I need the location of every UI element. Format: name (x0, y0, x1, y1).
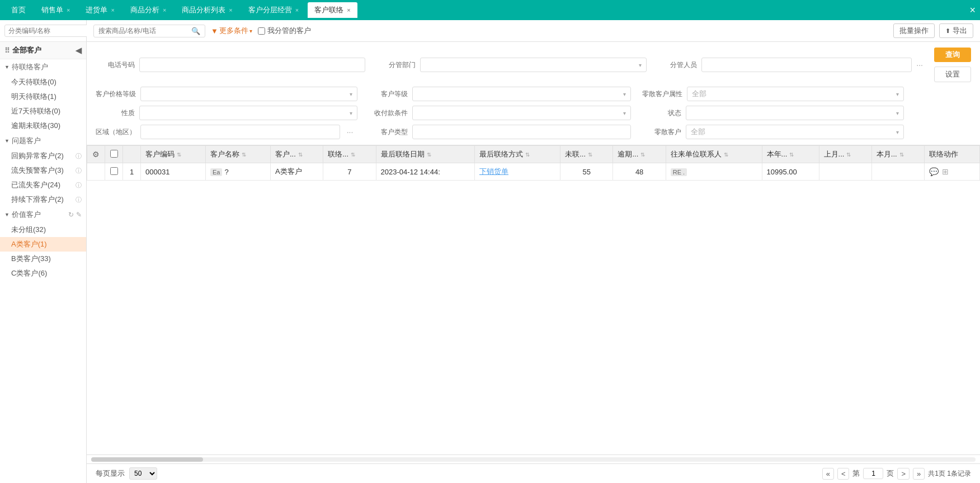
filter-right-actions: 批量操作 ⬆ 导出 (893, 23, 973, 38)
filter-search-input[interactable] (98, 27, 189, 35)
more-filters-button[interactable]: ▼ 更多条件 ▾ (211, 26, 252, 36)
filter-region: 区域（地区） ··· (96, 125, 357, 139)
sort-overdue-icon[interactable]: ⇅ (640, 151, 645, 158)
row-last-way-cell[interactable]: 下销货单 (475, 163, 560, 181)
batch-operation-button[interactable]: 批量操作 (893, 23, 935, 38)
col-this-month-header: 本月... ⇅ (871, 146, 924, 163)
customer-type-input[interactable] (412, 125, 630, 139)
payment-select[interactable]: ▾ (412, 106, 630, 120)
sidebar-item-overdue[interactable]: 逾期未联络(30) (0, 119, 86, 133)
sidebar-item-tomorrow[interactable]: 明天待联络(1) (0, 89, 86, 104)
horizontal-scrollbar[interactable] (87, 454, 980, 463)
my-customers-checkbox[interactable]: 我分管的客户 (258, 26, 311, 36)
sort-current-year-icon[interactable]: ⇅ (789, 151, 794, 158)
query-button[interactable]: 查询 (934, 48, 971, 62)
tab-purchase[interactable]: 进货单 × (79, 2, 121, 18)
close-contact-icon[interactable]: × (347, 7, 350, 13)
sort-name-icon[interactable]: ⇅ (242, 151, 246, 158)
filter-search-icon[interactable]: 🔍 (191, 27, 200, 35)
manager-dots-icon[interactable]: ··· (916, 60, 923, 69)
tab-customer-contact[interactable]: 客户联络 × (308, 2, 357, 18)
col-code-header: 客户编码 ⇅ (141, 146, 206, 163)
page-size-select[interactable]: 50 (129, 467, 157, 480)
sidebar-item-repeat-abnormal[interactable]: 回购异常客户(2) ⓘ (0, 149, 86, 163)
tab-sales[interactable]: 销售单 × (35, 2, 77, 18)
chat-action-icon[interactable]: 💬 (929, 167, 939, 176)
price-level-select[interactable]: ▾ (140, 87, 357, 101)
close-goods-list-icon[interactable]: × (229, 7, 232, 13)
filter-manager: 分管人员 ··· (658, 58, 927, 72)
manager-input[interactable] (701, 58, 912, 72)
sidebar-item-near7[interactable]: 近7天待联络(0) (0, 104, 86, 119)
info-icon-2: ⓘ (76, 167, 82, 175)
setting-button[interactable]: 设置 (934, 67, 971, 82)
close-segment-icon[interactable]: × (295, 7, 299, 13)
refresh-icon[interactable]: ↻ (68, 211, 74, 219)
sort-code-icon[interactable]: ⇅ (177, 151, 181, 158)
tab-goods-analysis[interactable]: 商品分析 × (124, 2, 173, 18)
sidebar-item-repeat-low[interactable]: 持续下滑客户(2) ⓘ (0, 192, 86, 207)
sidebar-item-lost-pre[interactable]: 流失预警客户(3) ⓘ (0, 163, 86, 178)
last-page-button[interactable]: » (913, 468, 925, 480)
row-checkbox[interactable] (110, 167, 118, 175)
sort-last-way-icon[interactable]: ⇅ (525, 151, 530, 158)
grid-action-icon[interactable]: ⊞ (942, 167, 949, 176)
sidebar-item-class-b[interactable]: B类客户(33) (0, 252, 86, 266)
next-page-button[interactable]: > (897, 468, 910, 480)
my-customers-check[interactable] (258, 27, 265, 35)
nature-select[interactable]: ▾ (139, 106, 357, 120)
customer-level-select[interactable]: ▾ (412, 87, 630, 101)
region-dots-icon[interactable]: ··· (347, 127, 354, 136)
table-row: 1 000031 Ea? A类客户 7 2023-04-12 14:44: 下销… (87, 163, 980, 181)
pending-contact-group[interactable]: ▼ 待联络客户 (0, 59, 86, 75)
sidebar-collapse-button[interactable]: ◀ (76, 46, 82, 55)
sort-unit-contact-icon[interactable]: ⇅ (724, 151, 728, 158)
filter-price-level: 客户价格等级 ▾ (96, 87, 357, 101)
sort-this-month-icon[interactable]: ⇅ (899, 151, 904, 158)
tab-home[interactable]: 首页 (4, 2, 32, 18)
manager-label: 分管人员 (658, 60, 697, 70)
prev-page-button[interactable]: < (837, 468, 850, 480)
col-settings[interactable]: ⚙ (87, 146, 105, 163)
sort-type-icon[interactable]: ⇅ (298, 151, 303, 158)
sidebar-item-class-c[interactable]: C类客户(6) (0, 266, 86, 281)
customer-level-label: 客户等级 (369, 89, 408, 99)
select-all-checkbox[interactable] (110, 150, 118, 158)
main-layout: 🔍 ⠿ 全部客户 ◀ ▼ 待联络客户 今天待联络(0) 明天待联络(1) 近7天… (0, 20, 980, 483)
export-button[interactable]: ⬆ 导出 (939, 23, 973, 38)
scatter-attr-select[interactable]: 全部 ▾ (687, 87, 904, 101)
tab-goods-analysis-list[interactable]: 商品分析列表 × (175, 2, 239, 18)
sidebar-item-today[interactable]: 今天待联络(0) (0, 75, 86, 89)
total-records-label: 共1页 1条记录 (928, 469, 971, 479)
close-purchase-icon[interactable]: × (111, 7, 114, 13)
scatter-attr-label: 零散客户属性 (642, 89, 682, 99)
status-select[interactable]: ▾ (686, 106, 904, 120)
sidebar-item-unsorted[interactable]: 未分组(32) (0, 222, 86, 237)
sort-last-date-icon[interactable]: ⇅ (427, 151, 431, 158)
close-all-button[interactable]: × (969, 4, 976, 16)
close-sales-icon[interactable]: × (67, 7, 70, 13)
dept-select[interactable]: ▾ (420, 58, 646, 72)
sidebar-item-lost[interactable]: 已流失客户(24) ⓘ (0, 178, 86, 192)
close-goods-analysis-icon[interactable]: × (163, 7, 166, 13)
query-buttons: 查询 设置 (934, 48, 971, 82)
sidebar-item-class-a[interactable]: A类客户(1) (0, 237, 86, 252)
all-customers-header[interactable]: ⠿ 全部客户 ◀ (0, 42, 86, 59)
scatter-customer-select[interactable]: 全部 ▾ (686, 125, 904, 139)
row-settings-cell (87, 163, 105, 181)
first-page-button[interactable]: « (822, 468, 834, 480)
problem-customers-group[interactable]: ▼ 问题客户 (0, 133, 86, 149)
value-customers-group[interactable]: ▼ 价值客户 ↻ ✎ (0, 207, 86, 222)
sort-uncontact-icon[interactable]: ⇅ (588, 151, 592, 158)
page-number-input[interactable] (863, 468, 883, 479)
phone-input[interactable] (139, 58, 365, 72)
region-input[interactable] (140, 125, 340, 139)
sort-contact-icon[interactable]: ⇅ (351, 151, 355, 158)
scrollbar-thumb[interactable] (91, 457, 203, 462)
sort-last-month-icon[interactable]: ⇅ (846, 151, 851, 158)
sidebar-search-input[interactable] (4, 25, 96, 37)
edit-icon[interactable]: ✎ (76, 211, 82, 219)
tab-customer-segment[interactable]: 客户分层经营 × (242, 2, 305, 18)
last-contact-way-link[interactable]: 下销货单 (479, 167, 508, 176)
table-settings-icon[interactable]: ⚙ (92, 150, 100, 159)
